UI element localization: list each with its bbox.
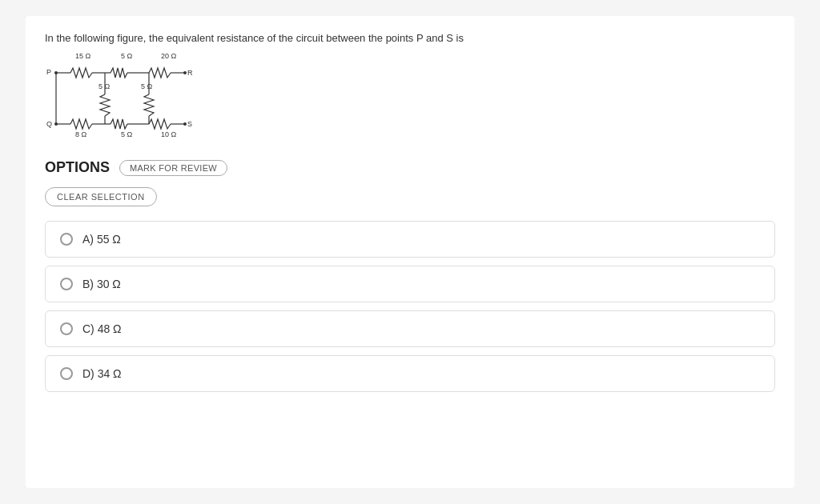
svg-text:5 Ω: 5 Ω [98, 82, 111, 90]
svg-text:20 Ω: 20 Ω [161, 52, 177, 60]
svg-point-24 [183, 122, 187, 126]
svg-text:R: R [187, 69, 193, 77]
answer-options: A) 55 ΩB) 30 ΩC) 48 ΩD) 34 Ω [45, 221, 775, 392]
option-d[interactable]: D) 34 Ω [45, 355, 775, 392]
option-text-c: C) 48 Ω [82, 322, 122, 335]
option-c[interactable]: C) 48 Ω [45, 310, 775, 347]
radio-d [60, 367, 73, 380]
svg-text:10 Ω: 10 Ω [161, 130, 177, 138]
option-text-b: B) 30 Ω [82, 278, 121, 290]
svg-text:8 Ω: 8 Ω [75, 130, 87, 138]
option-a[interactable]: A) 55 Ω [45, 221, 775, 258]
options-label: OPTIONS [45, 159, 110, 176]
question-text: In the following figure, the equivalent … [45, 32, 775, 44]
option-b[interactable]: B) 30 Ω [45, 266, 775, 302]
circuit-svg: 15 Ω 5 Ω 20 Ω P R 5 Ω [45, 50, 253, 146]
svg-text:S: S [187, 120, 192, 128]
svg-point-8 [183, 71, 187, 74]
radio-c [60, 322, 73, 335]
radio-a [60, 233, 73, 246]
option-text-a: A) 55 Ω [82, 233, 121, 246]
svg-text:P: P [46, 68, 51, 76]
option-text-d: D) 34 Ω [82, 367, 122, 380]
page-container: In the following figure, the equivalent … [26, 16, 794, 488]
circuit-diagram: 15 Ω 5 Ω 20 Ω P R 5 Ω [45, 50, 253, 146]
options-header: OPTIONS MARK FOR REVIEW [45, 159, 775, 176]
svg-text:15 Ω: 15 Ω [75, 52, 91, 60]
svg-text:5 Ω: 5 Ω [121, 52, 133, 60]
radio-b [60, 278, 73, 290]
mark-for-review-button[interactable]: MARK FOR REVIEW [119, 160, 227, 176]
svg-text:5 Ω: 5 Ω [121, 130, 133, 138]
svg-text:Q: Q [46, 120, 52, 128]
svg-text:5 Ω: 5 Ω [141, 82, 153, 90]
clear-selection-button[interactable]: CLEAR SELECTION [45, 187, 157, 206]
